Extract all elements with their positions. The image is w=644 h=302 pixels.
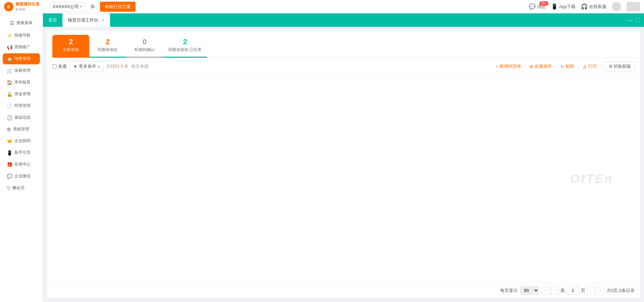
divider-2 (556, 64, 556, 69)
sidebar-item-sales[interactable]: 🏠 销售管理 (3, 53, 40, 64)
member-label: 畅会员 (12, 185, 24, 191)
guide-icon: 📱 (7, 150, 12, 156)
divider-4 (601, 64, 601, 69)
select-all-checkbox[interactable]: 全选 (52, 63, 67, 69)
quick-nav-label: 快捷导航 (14, 33, 31, 38)
close-tab-icon[interactable]: ✕ (102, 18, 105, 22)
nav-tab-actions: — ⛶ (628, 17, 644, 23)
minimize-icon[interactable]: — (628, 17, 633, 23)
service-icon: 🎧 (581, 3, 588, 10)
guide-label: 新手引导 (14, 150, 31, 156)
top-bar-left: 6 畅捷通好生意 标准版 XXXXXX公司 ▾ ⚙ 体验行业方案 (4, 1, 136, 12)
company-name: XXXXXX公司 (53, 4, 79, 10)
sidebar-item-base-info[interactable]: 📋 基础信息 (3, 112, 40, 123)
sidebar-item-marketing[interactable]: 📢 营销推广 (3, 42, 40, 53)
sidebar-item-finance[interactable]: 🔒 资金管理 (3, 88, 40, 100)
messages-button[interactable]: 💬 消息 99+ (529, 3, 546, 10)
summary-tab-shipped-count: 2 (183, 38, 187, 46)
switch-button[interactable]: ⧉ 切换新版 (605, 61, 635, 71)
switch-label: 切换新版 (613, 63, 631, 69)
divider-1 (525, 64, 526, 69)
add-sale-button[interactable]: + 新增销货单 (495, 63, 521, 69)
sales-icon: 🏠 (7, 56, 12, 62)
tab-work-bench-label: 钱货日清工作台 (68, 17, 98, 23)
summary-tab-shipped-label: 到期未收款 已出库 (168, 47, 202, 53)
expand-icon[interactable]: ⛶ (635, 17, 640, 23)
refresh-icon: ↻ (560, 64, 564, 69)
user-name-display (627, 2, 640, 11)
sidebar-item-purchase[interactable]: 🛒 采购管理 (3, 65, 40, 76)
inventory-icon: 🏠 (7, 80, 12, 85)
sidebar-item-app-center[interactable]: 🎁 应用中心 (3, 159, 40, 170)
print-icon: 🖨 (583, 64, 587, 69)
toolbar-left: 全选 ▼ 更多条件 ∨ 共找到 0 条 相关单据 (52, 61, 493, 71)
app-center-icon: 🎁 (7, 162, 12, 167)
summary-tab-all-count: 2 (69, 38, 73, 46)
tab-work-bench[interactable]: 钱货日清工作台 ✕ (62, 13, 110, 27)
enterprise-label: 企业协同 (14, 138, 31, 144)
sidebar-item-system[interactable]: ⚙ 系统管理 (3, 124, 40, 135)
message-icon: 💬 (529, 3, 536, 10)
app-download-button[interactable]: 📱 App下载 (551, 3, 576, 10)
nav-tabs: 首页 钱货日清工作台 ✕ — ⛶ (43, 13, 644, 27)
messages-badge: 99+ (539, 1, 548, 6)
sidebar-item-wechat[interactable]: 💬 企业微信 (3, 171, 40, 182)
logo-text-area: 畅捷通好生意 标准版 (15, 1, 40, 12)
online-service-button[interactable]: 🎧 在线客服 (581, 3, 606, 10)
filter-label: 更多条件 (79, 63, 96, 69)
sidebar-item-search-menu[interactable]: ☰ 搜索菜单 (3, 17, 40, 29)
tab-home[interactable]: 首页 (43, 13, 62, 27)
app-download-label: App下载 (559, 4, 576, 10)
summary-tab-shipped[interactable]: 2 到期未收款 已出库 (163, 35, 207, 58)
sidebar-item-member[interactable]: ▽ 畅会员 (3, 182, 40, 193)
batch-button[interactable]: ⊞ 批量操作 (530, 63, 552, 69)
select-all-input[interactable] (52, 64, 57, 69)
summary-tab-wangpu-count: 0 (143, 38, 147, 46)
member-icon: ▽ (7, 185, 10, 191)
sidebar-item-guide[interactable]: 📱 新手引导 (3, 147, 40, 158)
trial-button[interactable]: 体验行业方案 (100, 2, 136, 12)
base-info-label: 基础信息 (14, 115, 31, 120)
avatar[interactable] (612, 2, 621, 11)
summary-tab-all[interactable]: 2 全部单据 (52, 35, 89, 58)
per-page-label: 每页显示 (500, 288, 518, 294)
toolbar-right: + 新增销货单 ⊞ 批量操作 ↻ 刷新 🖨 打印 (495, 61, 635, 71)
batch-icon: ⊞ (530, 64, 533, 69)
page-last-btn[interactable]: » (596, 287, 604, 295)
page-input[interactable] (566, 287, 580, 295)
sidebar: ☰ 搜索菜单 ⚡ 快捷导航 📢 营销推广 🏠 销售管理 🛒 采购管理 🏠 库存核… (0, 0, 43, 302)
company-selector[interactable]: XXXXXX公司 ▾ (50, 2, 85, 11)
sidebar-item-operations[interactable]: 📄 经营管理 (3, 100, 40, 111)
page-first-btn[interactable]: « (542, 287, 550, 295)
toolbar: 全选 ▼ 更多条件 ∨ 共找到 0 条 相关单据 + 新增销货单 (47, 58, 640, 75)
settings-icon[interactable]: ⚙ (88, 2, 97, 11)
sidebar-item-inventory[interactable]: 🏠 库存核算 (3, 77, 40, 88)
system-icon: ⚙ (7, 127, 11, 132)
top-bar: 6 畅捷通好生意 标准版 XXXXXX公司 ▾ ⚙ 体验行业方案 💬 消息 99… (0, 0, 644, 13)
add-label: 新增销货单 (499, 63, 521, 69)
summary-tab-wangpu[interactable]: 0 旺铺待确认 (126, 35, 163, 58)
system-label: 系统管理 (13, 126, 29, 132)
per-page-select[interactable]: 50 10 20 100 (520, 286, 539, 295)
select-all-label: 全选 (58, 63, 67, 69)
page-next-btn[interactable]: › (587, 287, 595, 295)
summary-tab-all-label: 全部单据 (63, 47, 79, 53)
table-area: OfTEn (47, 75, 640, 283)
sidebar-item-enterprise[interactable]: 🤝 企业协同 (3, 135, 40, 146)
logo-name: 畅捷通好生意 (15, 1, 40, 7)
page-prev-btn[interactable]: ‹ (551, 287, 559, 295)
sidebar-item-quick-nav[interactable]: ⚡ 快捷导航 (3, 30, 40, 41)
sales-label: 销售管理 (14, 56, 31, 62)
logo-sub: 标准版 (15, 7, 40, 12)
summary-tab-overdue-count: 2 (106, 38, 110, 46)
page-suffix: 页 (581, 288, 585, 294)
filter-button[interactable]: ▼ 更多条件 ∨ (69, 61, 104, 71)
operations-label: 经营管理 (14, 103, 31, 109)
inventory-label: 库存核算 (14, 79, 31, 85)
refresh-button[interactable]: ↻ 刷新 (560, 63, 574, 69)
summary-tab-overdue-label: 到期未收款 (98, 47, 118, 53)
summary-tab-overdue[interactable]: 2 到期未收款 (89, 35, 126, 58)
sidebar-items: ☰ 搜索菜单 ⚡ 快捷导航 📢 营销推广 🏠 销售管理 🛒 采购管理 🏠 库存核… (0, 13, 43, 302)
print-button[interactable]: 🖨 打印 (583, 63, 597, 69)
content-area: 2 全部单据 2 到期未收款 0 旺铺待确认 2 到期未收款 已出库 全选 (47, 31, 640, 298)
